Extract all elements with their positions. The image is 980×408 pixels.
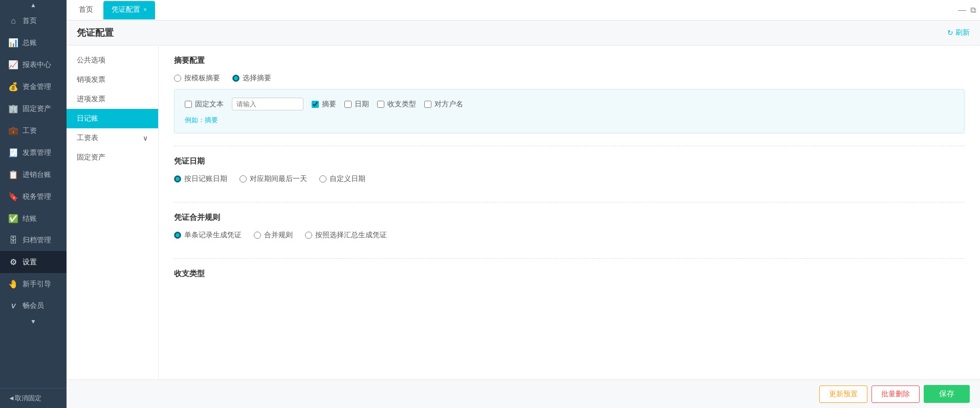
sidebar-item-tax-mgmt[interactable]: 🔖 税务管理 — [0, 186, 67, 208]
checkbox-fixed-text[interactable] — [185, 101, 192, 108]
sidebar-item-guide[interactable]: 🤚 新手引导 — [0, 273, 67, 295]
checkbox-income-type[interactable] — [377, 101, 384, 108]
section-income-type-title: 收支类型 — [174, 269, 965, 279]
payroll-icon: 💼 — [8, 126, 18, 135]
left-nav-item-journal[interactable]: 日记账 — [67, 109, 158, 128]
option-abstract[interactable]: 摘要 — [312, 100, 336, 109]
merge-rule-radio-row: 单条记录生成凭证 合并规则 按照选择汇总生成凭证 — [174, 231, 965, 240]
bottom-bar: 更新预置 批量删除 保存 — [67, 379, 980, 408]
option-select-aggregate[interactable]: 按照选择汇总生成凭证 — [305, 231, 387, 240]
content-area: 凭证配置 ↻ 刷新 公共选项 销项发票 进项发票 日记账 — [67, 20, 980, 408]
section-summary-title: 摘要配置 — [174, 56, 965, 65]
guide-icon: 🤚 — [8, 279, 18, 289]
sidebar-item-settlement[interactable]: ✅ 结账 — [0, 208, 67, 230]
home-icon: ⌂ — [8, 16, 18, 26]
option-fixed-text[interactable]: 固定文本 — [185, 100, 224, 109]
checkbox-counterpart[interactable] — [424, 101, 431, 108]
section-summary: 摘要配置 按模板摘要 选择摘要 — [174, 56, 965, 146]
fixed-assets-icon: 🏢 — [8, 104, 18, 114]
example-text: 例如：摘要 — [185, 116, 954, 125]
radio-select-aggregate[interactable] — [305, 232, 312, 239]
radio-by-journal-date[interactable] — [174, 175, 181, 183]
radio-template-summary[interactable] — [174, 75, 181, 82]
left-nav: 公共选项 销项发票 进项发票 日记账 工资表 ∨ 固定资产 — [67, 46, 159, 379]
sidebar-item-payroll[interactable]: 💼 工资 — [0, 120, 67, 142]
section-merge-rule-title: 凭证合并规则 — [174, 213, 965, 222]
left-nav-item-sales-invoice[interactable]: 销项发票 — [67, 70, 158, 89]
section-merge-rule: 凭证合并规则 单条记录生成凭证 合并规则 按照选择汇总生成凭证 — [174, 213, 965, 259]
fixed-text-input[interactable] — [232, 98, 303, 110]
tax-mgmt-icon: 🔖 — [8, 192, 18, 201]
funds-icon: 💰 — [8, 82, 18, 92]
member-icon: V — [8, 302, 18, 310]
sidebar-item-settings[interactable]: ⚙ 设置 — [0, 251, 67, 273]
radio-select-summary[interactable] — [232, 75, 239, 82]
radio-merge-rule[interactable] — [254, 232, 261, 239]
radio-custom-date[interactable] — [319, 175, 326, 183]
sidebar-item-reports[interactable]: 📈 报表中心 — [0, 54, 67, 76]
option-income-type[interactable]: 收支类型 — [377, 100, 416, 109]
left-nav-item-fixed-assets[interactable]: 固定资产 — [67, 148, 158, 167]
sidebar-item-home[interactable]: ⌂ 首页 — [0, 10, 67, 32]
sidebar: ▲ ⌂ 首页 📊 总账 📈 报表中心 💰 资金管理 🏢 固定资产 💼 工资 🧾 … — [0, 0, 67, 408]
sidebar-item-funds[interactable]: 💰 资金管理 — [0, 76, 67, 98]
option-custom-date[interactable]: 自定义日期 — [319, 174, 365, 184]
tab-close-button[interactable]: × — [143, 6, 147, 13]
window-restore-icon[interactable]: ⧉ — [970, 6, 976, 15]
checkbox-abstract[interactable] — [312, 101, 319, 108]
option-select-summary[interactable]: 选择摘要 — [232, 74, 271, 83]
section-date-title: 凭证日期 — [174, 156, 965, 166]
option-by-journal-date[interactable]: 按日记账日期 — [174, 174, 227, 184]
section-date: 凭证日期 按日记账日期 对应期间最后一天 自定义日期 — [174, 156, 965, 202]
sidebar-scroll-down[interactable]: ▼ — [0, 316, 67, 327]
body-layout: 公共选项 销项发票 进项发票 日记账 工资表 ∨ 固定资产 — [67, 46, 980, 379]
window-minimize-icon[interactable]: — — [958, 6, 966, 15]
tab-home[interactable]: 首页 — [71, 1, 101, 19]
summary-box: 固定文本 摘要 日期 — [174, 89, 965, 133]
option-merge-rule[interactable]: 合并规则 — [254, 231, 293, 240]
archive-icon: 🗄 — [8, 236, 18, 245]
page-title: 凭证配置 — [77, 27, 114, 39]
option-date[interactable]: 日期 — [344, 100, 369, 109]
reports-icon: 📈 — [8, 60, 18, 70]
tab-bar-actions: — ⧉ — [958, 6, 976, 15]
ledger-icon: 📊 — [8, 38, 18, 48]
checkbox-date[interactable] — [344, 101, 352, 108]
sidebar-scroll-up[interactable]: ▲ — [0, 0, 67, 10]
refresh-button[interactable]: ↻ 刷新 — [947, 28, 970, 37]
tab-voucher-config[interactable]: 凭证配置 × — [103, 1, 155, 19]
left-nav-item-payroll-table[interactable]: 工资表 ∨ — [67, 128, 158, 148]
sidebar-item-invoice-mgmt[interactable]: 🧾 发票管理 — [0, 142, 67, 164]
sales-ledger-icon: 📋 — [8, 170, 18, 179]
right-content: 摘要配置 按模板摘要 选择摘要 — [159, 46, 980, 379]
option-single-record[interactable]: 单条记录生成凭证 — [174, 231, 242, 240]
tab-bar: 首页 凭证配置 × — ⧉ — [67, 0, 980, 20]
main-area: 首页 凭证配置 × — ⧉ 凭证配置 ↻ 刷新 公共选项 — [67, 0, 980, 408]
left-nav-item-public[interactable]: 公共选项 — [67, 51, 158, 70]
left-nav-item-purchase-invoice[interactable]: 进项发票 — [67, 89, 158, 109]
chevron-down-icon: ∨ — [143, 134, 148, 142]
refresh-icon: ↻ — [947, 29, 953, 37]
date-radio-row: 按日记账日期 对应期间最后一天 自定义日期 — [174, 174, 965, 184]
update-preview-button[interactable]: 更新预置 — [819, 386, 867, 403]
settlement-icon: ✅ — [8, 214, 18, 223]
option-counterpart[interactable]: 对方户名 — [424, 100, 463, 109]
sidebar-item-sales-ledger[interactable]: 📋 进销台账 — [0, 164, 67, 186]
sidebar-item-ledger[interactable]: 📊 总账 — [0, 32, 67, 54]
page-header: 凭证配置 ↻ 刷新 — [67, 20, 980, 46]
settings-icon: ⚙ — [8, 257, 18, 267]
sidebar-item-fixed-assets[interactable]: 🏢 固定资产 — [0, 98, 67, 120]
option-last-day-period[interactable]: 对应期间最后一天 — [239, 174, 307, 184]
invoice-mgmt-icon: 🧾 — [8, 148, 18, 157]
sidebar-item-archive[interactable]: 🗄 归档管理 — [0, 230, 67, 251]
section-income-type: 收支类型 — [174, 269, 965, 299]
radio-single-record[interactable] — [174, 232, 181, 239]
batch-delete-button[interactable]: 批量删除 — [872, 386, 920, 403]
summary-radio-row: 按模板摘要 选择摘要 — [174, 74, 965, 83]
option-template-summary[interactable]: 按模板摘要 — [174, 74, 220, 83]
summary-checkbox-row: 固定文本 摘要 日期 — [185, 98, 954, 110]
save-button[interactable]: 保存 — [924, 385, 970, 403]
radio-last-day-period[interactable] — [239, 175, 247, 183]
sidebar-item-member[interactable]: V 畅会员 — [0, 295, 67, 316]
sidebar-unpin-button[interactable]: ◄取消固定 — [0, 388, 67, 408]
